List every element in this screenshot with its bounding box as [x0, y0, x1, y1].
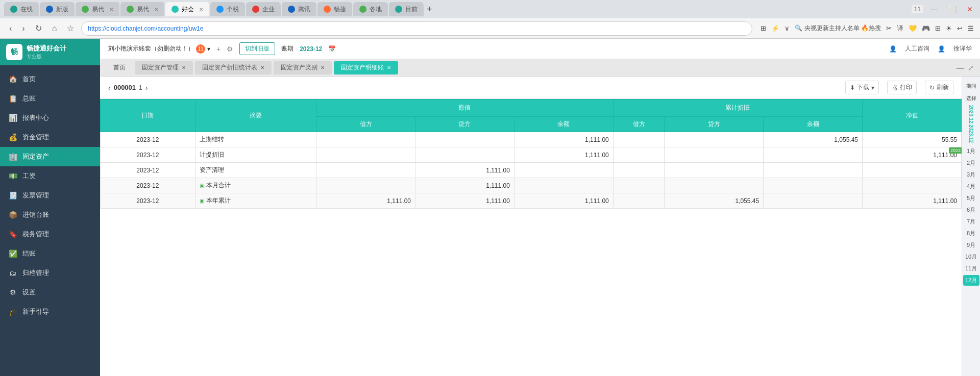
browser-tab-1[interactable]: 在线	[4, 2, 39, 16]
page-tab-depreciation[interactable]: 固定资产折旧统计表 ✕	[195, 61, 272, 74]
sidebar-label-ledger: 总账	[22, 94, 36, 103]
cut-icon[interactable]: ✂	[886, 24, 892, 32]
page-tab-close-4[interactable]: ✕	[387, 65, 391, 70]
period-month-3[interactable]: 3月	[963, 169, 979, 180]
page-tab-label-2: 固定资产折旧统计表	[202, 63, 257, 72]
period-month-12[interactable]: 12月	[963, 275, 979, 286]
page-tab-category[interactable]: 固定资产类别 ✕	[274, 61, 332, 74]
menu-icon[interactable]: ☰	[968, 24, 974, 32]
period-month-7[interactable]: 7月	[963, 216, 979, 227]
browser-tab-10[interactable]: 各地	[353, 2, 388, 16]
tab-favicon-11	[395, 6, 402, 13]
page-tab-home[interactable]: 首页	[106, 61, 133, 74]
tab-window-controls: — ⤢	[950, 64, 980, 72]
switch-version-button[interactable]: 切到旧版	[239, 42, 275, 55]
chevron-down-icon[interactable]: ∨	[785, 24, 790, 32]
period-month-5[interactable]: 5月	[963, 193, 979, 204]
grid-icon[interactable]: ⊞	[935, 24, 941, 32]
wallet-icon[interactable]: 💛	[909, 24, 917, 32]
period-month-6[interactable]: 6月	[963, 205, 979, 215]
sidebar-item-settings[interactable]: ⚙ 设置	[0, 283, 100, 302]
sidebar-item-tax[interactable]: 🔖 税务管理	[0, 224, 100, 244]
fullscreen-panel-button[interactable]: ⤢	[968, 64, 974, 72]
window-maximize-button[interactable]: ⬜	[945, 4, 960, 14]
tab-close-5[interactable]: ✕	[199, 7, 203, 12]
sidebar-item-payroll[interactable]: 💵 工资	[0, 166, 100, 186]
row5-dep-balance	[764, 193, 863, 209]
period-month-11[interactable]: 11月	[963, 263, 979, 274]
sidebar-item-invoice[interactable]: 🧾 发票管理	[0, 186, 100, 205]
period-month-1[interactable]: 1月	[963, 146, 979, 157]
refresh-button[interactable]: ↻ 刷新	[925, 81, 953, 94]
prev-page-button[interactable]: ‹	[108, 84, 111, 92]
sidebar-item-inventory[interactable]: 📦 进销台账	[0, 205, 100, 224]
download-icon: ⬇	[850, 84, 855, 91]
window-close-button[interactable]: ✕	[964, 4, 976, 14]
sidebar-item-fixed-assets[interactable]: 🏢 固定资产	[0, 147, 100, 166]
sidebar-item-reports[interactable]: 📊 报表中心	[0, 108, 100, 128]
back-button[interactable]: ‹	[6, 23, 15, 34]
next-page-button[interactable]: ›	[145, 84, 148, 92]
page-tab-close-3[interactable]: ✕	[321, 65, 325, 70]
bookmark-button[interactable]: ☆	[64, 22, 77, 34]
minimize-panel-button[interactable]: —	[957, 64, 964, 72]
page-tab-ledger[interactable]: 固定资产明细账 ✕	[334, 61, 398, 74]
translate-icon[interactable]: 译	[897, 24, 903, 33]
tab-close-3[interactable]: ✕	[109, 7, 113, 12]
row1-ov-debit	[316, 132, 415, 147]
period-label: 账期	[281, 44, 293, 53]
settings-account-button[interactable]: ⚙	[227, 45, 233, 53]
undo-icon[interactable]: ↩	[957, 24, 963, 32]
home-button[interactable]: ⌂	[49, 23, 60, 34]
browser-tab-2[interactable]: 新版	[40, 2, 75, 16]
forward-button[interactable]: ›	[19, 23, 28, 34]
tab-close-4[interactable]: ✕	[154, 7, 158, 12]
browser-tab-9[interactable]: 畅捷	[317, 2, 352, 16]
period-month-2[interactable]: 2月	[963, 158, 979, 168]
browser-tab-4[interactable]: 易代 ✕	[120, 2, 164, 16]
row3-summary: 资产清理	[195, 163, 316, 178]
download-button[interactable]: ⬇ 下载 ▾	[845, 81, 879, 94]
game-icon[interactable]: 🎮	[922, 24, 930, 32]
period-month-10[interactable]: 10月	[963, 252, 979, 262]
browser-tab-6[interactable]: 个税	[210, 2, 245, 16]
browser-tab-7[interactable]: 企业	[246, 2, 281, 16]
calendar-icon[interactable]: 📅	[328, 45, 336, 53]
browser-tab-3[interactable]: 易代 ✕	[76, 2, 119, 16]
browser-tab-5[interactable]: 好会 ✕	[165, 2, 209, 16]
row1-summary: 上期结转	[195, 132, 316, 147]
print-icon: 🖨	[892, 84, 898, 91]
period-end-date[interactable]: 2023.12	[968, 124, 974, 143]
home-icon: 🏠	[8, 74, 17, 84]
col-ov-debit: 借方	[316, 117, 415, 132]
refresh-button[interactable]: ↻	[32, 22, 45, 34]
sidebar-item-closing[interactable]: ✅ 结账	[0, 244, 100, 263]
period-month-4[interactable]: 4月	[963, 181, 979, 192]
browser-window-controls: 11 — ⬜ ✕	[912, 4, 976, 14]
account-selector[interactable]: 刘小艳演示账套（勿删勿动！） 11 ▾	[108, 44, 210, 54]
sidebar-item-home[interactable]: 🏠 首页	[0, 69, 100, 89]
address-input[interactable]	[81, 21, 752, 36]
sidebar-item-ledger[interactable]: 📋 总账	[0, 89, 100, 108]
period-month-9[interactable]: 9月	[963, 240, 979, 250]
print-button[interactable]: 🖨 打印	[887, 81, 917, 94]
browser-tab-8[interactable]: 腾讯	[282, 2, 316, 16]
col-dep-credit: 贷方	[665, 117, 764, 132]
sidebar-item-funds[interactable]: 💰 资金管理	[0, 128, 100, 147]
page-tab-close-2[interactable]: ✕	[260, 65, 264, 70]
sidebar-item-guide[interactable]: 🎓 新手引导	[0, 302, 100, 321]
page-tab-close-1[interactable]: ✕	[182, 65, 186, 70]
row4-ov-credit: 1,111.00	[415, 178, 514, 193]
row4-dep-credit	[665, 178, 764, 193]
customer-service-label[interactable]: 人工咨询	[905, 44, 929, 53]
browser-tab-11[interactable]: 目前	[389, 2, 424, 16]
new-tab-button[interactable]: +	[425, 4, 434, 15]
tab-label-7: 企业	[262, 5, 275, 14]
period-month-8[interactable]: 8月	[963, 228, 979, 239]
window-minimize-button[interactable]: —	[927, 4, 941, 14]
add-account-button[interactable]: +	[216, 45, 220, 53]
brightness-icon[interactable]: ☀	[946, 24, 952, 32]
sidebar-item-archive[interactable]: 🗂 归档管理	[0, 263, 100, 283]
page-tab-fixed-assets-mgmt[interactable]: 固定资产管理 ✕	[135, 61, 193, 74]
period-start-date[interactable]: 2023.12	[968, 105, 974, 123]
